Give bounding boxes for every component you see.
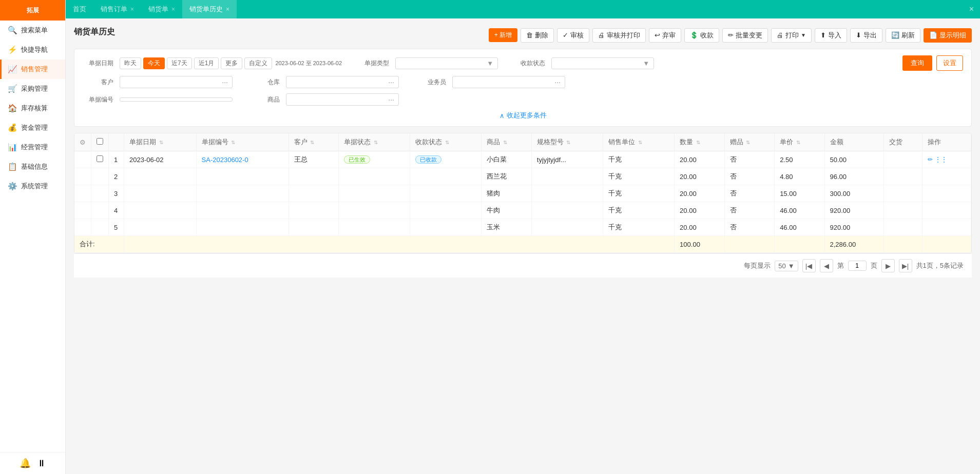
new-button[interactable]: + 新增 [489,28,517,42]
row-doc-no[interactable]: SA-20230602-0 [196,151,289,168]
abandon-button[interactable]: ↩ 弃审 [649,28,681,43]
customer-input[interactable]: ··· [120,76,233,88]
date-btn-yesterday[interactable]: 昨天 [120,57,141,69]
collect-button[interactable]: 💲 收款 [684,28,719,43]
row-doc-no[interactable] [196,219,289,236]
sidebar-item-inventory[interactable]: 🏠 库存核算 [0,98,65,118]
row-checkbox-cell[interactable] [91,219,109,236]
th-qty[interactable]: 数量 ⇅ [675,133,725,151]
audit-print-button[interactable]: 🖨 审核并打印 [592,28,646,43]
tab-sales-history-close[interactable]: × [226,6,229,13]
tab-home-label: 首页 [73,5,86,14]
salesperson-input[interactable]: ··· [452,76,565,88]
row-amount: 300.00 [824,185,883,202]
import-button[interactable]: ⬆ 导入 [815,28,847,43]
th-doc-date[interactable]: 单据日期 ⇅ [124,133,197,151]
date-btn-custom[interactable]: 自定义 [244,57,272,69]
th-unit-price[interactable]: 单价 ⇅ [775,133,824,151]
collapse-filter-button[interactable]: ∧ 收起更多条件 [83,111,963,120]
export-button[interactable]: ⬇ 导出 [850,28,882,43]
date-btn-1month[interactable]: 近1月 [194,57,219,69]
row-action [923,202,971,219]
tab-header: 首页 销售订单 × 销货单 × 销货单历史 × × [66,0,980,18]
row-checkbox-cell[interactable] [91,168,109,185]
sidebar-item-finance-mgmt[interactable]: 💰 资金管理 [0,118,65,137]
row-settings-cell [74,185,91,202]
date-btn-more[interactable]: 更多 [221,57,242,69]
th-settings[interactable]: ⚙ [74,133,91,151]
row-action [923,185,971,202]
collect-status-select[interactable]: ▼ [551,57,654,69]
th-collect-status[interactable]: 收款状态 ⇅ [410,133,482,151]
goods-input[interactable]: ··· [286,93,399,106]
date-buttons: 昨天 今天 近7天 近1月 更多 自定义 [120,57,272,69]
notification-icon[interactable]: 🔔 [20,458,31,469]
page-number-input[interactable] [848,261,867,271]
row-spec: tyjyjtyjdf... [531,151,603,168]
first-page-button[interactable]: |◀ [802,259,816,272]
tab-sales-goods[interactable]: 销货单 × [141,0,182,18]
prev-page-button[interactable]: ◀ [820,259,833,272]
tab-sales-history[interactable]: 销货单历史 × [182,0,237,18]
row-checkbox-cell[interactable] [91,202,109,219]
refresh-button[interactable]: 🔄 刷新 [886,28,920,43]
row-doc-no[interactable] [196,168,289,185]
row-amount: 920.00 [824,202,883,219]
th-doc-status[interactable]: 单据状态 ⇅ [339,133,410,151]
th-customer[interactable]: 客户 ⇅ [289,133,338,151]
row-doc-date [124,219,197,236]
row-checkbox-cell[interactable] [91,185,109,202]
page-title: 销货单历史 [74,27,115,37]
per-page-select[interactable]: 50 ▼ [775,261,798,271]
select-all-checkbox[interactable] [97,138,103,145]
doc-type-select[interactable]: ▼ [395,57,498,69]
sidebar-item-ops-mgmt[interactable]: 📊 经营管理 [0,137,65,157]
set-button[interactable]: 设置 [936,55,963,71]
sidebar-item-purchase-mgmt[interactable]: 🛒 采购管理 [0,79,65,98]
th-checkbox[interactable] [91,133,109,151]
sidebar-item-sales-mgmt[interactable]: 📈 销售管理 [0,60,65,79]
pause-icon[interactable]: ⏸ [37,458,46,469]
sidebar-item-search-menu[interactable]: 🔍 搜索菜单 [0,21,65,40]
print-button[interactable]: 🖨 打印 ▼ [771,28,812,43]
query-button[interactable]: 查询 [902,55,932,71]
th-doc-no[interactable]: 单据编号 ⇅ [196,133,289,151]
doc-no-link[interactable]: SA-20230602-0 [202,156,248,164]
row-checkbox-cell[interactable] [91,151,109,168]
date-btn-today[interactable]: 今天 [143,57,165,69]
search-menu-icon: 🔍 [8,26,17,35]
summary-label: 合计: [74,236,124,253]
close-all-tabs-button[interactable]: × [963,5,980,14]
tab-sales-order[interactable]: 销售订单 × [93,0,141,18]
more-actions-icon[interactable]: ⋮⋮ [935,156,947,163]
next-page-button[interactable]: ▶ [881,259,895,272]
edit-icon[interactable]: ✏ [928,156,933,163]
sidebar-item-basic-info[interactable]: 📋 基础信息 [0,157,65,176]
delete-button[interactable]: 🗑 删除 [521,28,554,43]
batch-change-button[interactable]: ✏ 批量变更 [722,28,768,43]
doc-no-input[interactable] [120,97,233,102]
tab-sales-goods-close[interactable]: × [171,6,175,13]
row-doc-no[interactable] [196,202,289,219]
row-action [923,219,971,236]
th-transaction: 交货 [883,133,923,151]
tab-sales-order-close[interactable]: × [130,6,134,13]
date-btn-7days[interactable]: 近7天 [167,57,192,69]
sidebar-item-quick-nav[interactable]: ⚡ 快捷导航 [0,40,65,60]
doc-type-label: 单据类型 [358,59,389,68]
warehouse-input[interactable]: ··· [286,76,399,88]
show-detail-button[interactable]: 📄 显示明细 [924,28,972,43]
last-page-button[interactable]: ▶| [899,259,912,272]
th-amount[interactable]: 金额 [824,133,883,151]
th-unit[interactable]: 销售单位 ⇅ [603,133,674,151]
row-checkbox[interactable] [97,155,103,162]
th-spec[interactable]: 规格型号 ⇅ [531,133,603,151]
row-doc-no[interactable] [196,185,289,202]
import-icon: ⬆ [820,31,826,39]
th-goods[interactable]: 商品 ⇅ [482,133,531,151]
audit-button[interactable]: ✓ 审核 [557,28,589,43]
tab-home[interactable]: 首页 [66,0,93,18]
sidebar-item-label: 销售管理 [21,65,48,74]
th-gift[interactable]: 赠品 ⇅ [724,133,774,151]
sidebar-item-sys-mgmt[interactable]: ⚙️ 系统管理 [0,176,65,196]
